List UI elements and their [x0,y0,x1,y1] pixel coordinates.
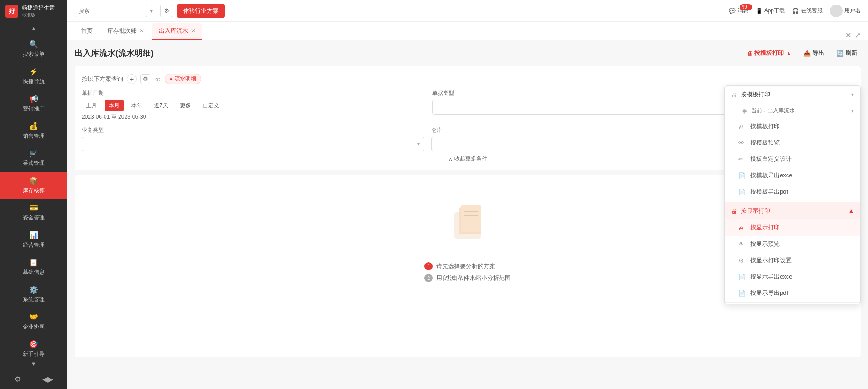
print-template-button[interactable]: 🖨 按模板打印 ▲ [743,47,795,59]
sidebar-item-enterprise-label: 企业协同 [23,323,45,331]
dropdown-template-custom-item[interactable]: ✏ 模板自定义设计 [725,151,860,167]
window-expand-button[interactable]: ⤢ [855,31,861,40]
filter-voucher-select[interactable]: ▾ [432,100,775,115]
dropdown-display-print-header[interactable]: 🖨 按显示打印 ▲ [725,202,860,219]
tab-bar: 首页 库存批次账 ✕ 出入库流水 ✕ ✕ ⤢ [67,22,868,40]
sidebar-scroll-down[interactable]: ▼ [0,359,67,369]
filter-business-dropdown-icon: ▾ [417,141,420,147]
template-export-pdf-icon: 📄 [738,189,746,195]
dropdown-display-export-excel-item[interactable]: 📄 按显示导出excel [725,269,860,285]
date-btn-more[interactable]: 更多 [176,100,195,111]
sidebar-item-sales[interactable]: 💰 销售管理 [0,117,67,145]
filter-business-select[interactable]: ▾ [82,137,424,151]
dropdown-display-preview-item[interactable]: 👁 按显示预览 [725,236,860,252]
refresh-label: 刷新 [845,49,857,57]
filter-add-button[interactable]: + [127,74,137,84]
user-avatar [830,5,843,17]
sidebar-item-marketing[interactable]: 📢 营销推广 [0,90,67,117]
sidebar-item-operation[interactable]: 📊 经营管理 [0,226,67,254]
sidebar-item-quick-nav-label: 快捷导航 [23,78,45,85]
sidebar-item-basic[interactable]: 📋 基础信息 [0,254,67,281]
display-export-excel-icon: 📄 [738,274,746,280]
tab-batch-account-close[interactable]: ✕ [140,28,144,34]
template-print-arrow-icon: ▾ [851,91,854,98]
sidebar-item-system[interactable]: ⚙️ 系统管理 [0,281,67,308]
tab-inventory-flow-close[interactable]: ✕ [191,28,195,34]
current-label-arrow[interactable]: ▾ [851,108,854,114]
operation-icon: 📊 [29,231,38,239]
sidebar-settings-btn[interactable]: ⚙ [15,375,21,384]
date-btn-this-year[interactable]: 本年 [127,100,146,111]
display-print-item-label: 按显示打印 [750,224,780,232]
export-button[interactable]: 📤 导出 [800,47,828,59]
dropdown-template-export-excel-item[interactable]: 📄 按模板导出excel [725,167,860,184]
display-export-pdf-label: 按显示导出pdf [750,289,788,297]
sidebar-scroll-up[interactable]: ▲ [0,23,67,34]
app-download-icon: 📱 [756,8,763,14]
topbar-gear-button[interactable]: ⚙ [160,5,173,17]
window-close-button[interactable]: ✕ [845,31,851,40]
template-print-item-icon: 🖨 [738,123,746,130]
sidebar-item-quick-nav[interactable]: ⚡ 快捷导航 [0,63,67,90]
export-icon: 📤 [803,50,811,57]
filter-date-label: 单据日期 [82,90,425,97]
dropdown-template-print-item[interactable]: 🖨 按模板打印 [725,118,860,135]
sidebar-item-newbie[interactable]: 🎯 新手引导 [0,335,67,359]
dropdown-template-preview-item[interactable]: 👁 按模板预览 [725,135,860,151]
collapse-label: 收起更多条件 [454,155,487,163]
sidebar-item-finance[interactable]: 💳 资金管理 [0,199,67,226]
page-content: 出入库流水(流水明细) 🖨 按模板打印 ▲ 📤 导出 🔄 刷新 [67,40,868,389]
app-download-button[interactable]: 📱 App下载 [756,7,785,15]
message-icon: 💬 [729,8,736,14]
refresh-button[interactable]: 🔄 刷新 [833,47,861,59]
display-export-pdf-icon: 📄 [738,290,746,297]
basic-icon: 📋 [29,258,38,267]
filter-warehouse-label: 仓库 [431,126,773,134]
online-service-label: 在线客服 [801,7,823,15]
tab-inventory-flow[interactable]: 出入库流水 ✕ [152,23,202,40]
message-button[interactable]: 💬 消息 99+ [729,7,748,15]
dropdown-template-export-pdf-item[interactable]: 📄 按模板导出pdf [725,184,860,200]
current-label-text: 当前：出入库流水 [751,107,795,115]
dropdown-default-settings-header[interactable]: ⚙ 设置默认功能 ▾ [725,304,860,304]
dropdown-template-print-header[interactable]: 🖨 按模板打印 ▾ [725,86,860,103]
topbar-search-input[interactable] [75,5,147,17]
template-print-item-label: 按模板打印 [750,122,780,130]
dropdown-display-print-title: 🖨 按显示打印 [731,207,770,215]
filter-date-range: 2023-06-01 至 2023-06-30 [82,113,425,121]
filter-voucher-label: 单据类型 [432,90,775,97]
dropdown-display-print-item[interactable]: 🖨 按显示打印 [725,219,860,236]
collapse-arrow-icon: ∧ [449,156,453,162]
dropdown-scrollable: 🖨 按模板打印 ▾ ◉ 当前：出入库流水 ▾ 🖨 按模板打印 👁 按模板预览 [725,86,860,304]
quick-nav-icon: ⚡ [29,67,38,76]
refresh-icon: 🔄 [836,50,843,57]
dropdown-template-print-title: 🖨 按模板打印 [731,90,770,99]
display-print-item-icon: 🖨 [738,224,746,231]
sidebar-collapse-btn[interactable]: ◀▶ [42,375,53,384]
empty-step-1: 1 请先选择要分析的方案 [424,262,510,270]
filter-warehouse-input[interactable]: ··· [431,137,773,151]
date-btn-custom[interactable]: 自定义 [199,100,223,111]
filter-tag-water-detail[interactable]: ● 流水明细 [165,74,201,84]
sidebar-item-enterprise[interactable]: 🤝 企业协同 [0,308,67,335]
sidebar: 好 畅捷通好生意 标准版 ▲ 🔍 搜索菜单 ⚡ 快捷导航 📢 营销推广 💰 销售… [0,0,67,389]
sidebar-item-inventory[interactable]: 📦 库存核算 [0,172,67,199]
dropdown-display-print-settings-item[interactable]: ⚙ 按显示打印设置 [725,252,860,269]
date-btn-prev-month[interactable]: 上月 [82,100,101,111]
display-preview-icon: 👁 [738,241,746,248]
industry-solution-button[interactable]: 体验行业方案 [177,4,225,18]
sidebar-item-search[interactable]: 🔍 搜索菜单 [0,35,67,63]
online-service-button[interactable]: 🎧 在线客服 [792,7,823,15]
template-custom-item-icon: ✏ [738,156,746,163]
filter-collapse-button[interactable]: ≪ [154,75,161,83]
sidebar-item-purchase[interactable]: 🛒 采购管理 [0,145,67,172]
date-btn-last7days[interactable]: 近7天 [150,100,172,111]
filter-settings-button[interactable]: ⚙ [140,74,150,84]
dropdown-display-export-pdf-item[interactable]: 📄 按显示导出pdf [725,285,860,301]
topbar-search-dropdown-icon[interactable]: ▾ [150,7,153,14]
tab-home[interactable]: 首页 [75,23,99,40]
display-preview-label: 按显示预览 [750,240,780,248]
tab-batch-account[interactable]: 库存批次账 ✕ [101,23,150,40]
date-btn-this-month[interactable]: 本月 [105,100,124,111]
user-avatar-button[interactable]: 用户名 [830,5,861,17]
